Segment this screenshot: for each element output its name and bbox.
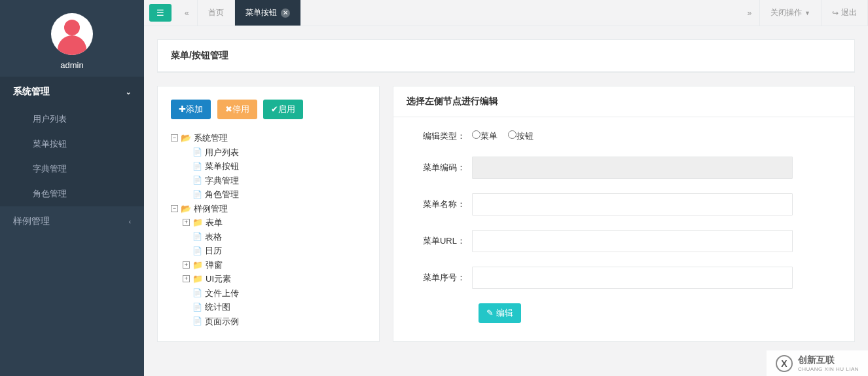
logout-icon: ↪ [832, 9, 839, 18]
form-panel: 选择左侧节点进行编辑 编辑类型： 菜单 按钮 菜单编码： 菜单名称 [393, 86, 855, 342]
expand-icon[interactable]: + [183, 261, 190, 269]
code-label: 菜单编码： [413, 162, 472, 174]
disable-button[interactable]: ✖停用 [217, 100, 257, 119]
brand-name: 创新互联 [798, 354, 859, 366]
collapse-icon[interactable]: − [171, 134, 178, 141]
chevron-left-icon: ‹ [129, 218, 131, 225]
tree-label: 文件上传 [205, 287, 239, 300]
edit-button[interactable]: ✎ 编辑 [479, 303, 521, 323]
profile: admin [0, 0, 144, 77]
radio-button[interactable]: 按钮 [508, 131, 533, 141]
file-icon: 📄 [192, 231, 202, 242]
url-label: 菜单URL： [413, 235, 472, 247]
username: admin [0, 60, 144, 70]
button-group: ✚添加 ✖停用 ✔启用 [171, 100, 366, 119]
tree-node[interactable]: 📄文件上传 [183, 286, 366, 301]
nav-group-label: 样例管理 [13, 216, 50, 227]
form-header: 选择左侧节点进行编辑 [393, 86, 854, 117]
tree-label: 页面示例 [205, 315, 239, 328]
nav-group-system[interactable]: 系统管理 ⌄ [0, 77, 144, 107]
page-title: 菜单/按钮管理 [158, 40, 854, 72]
tree-node[interactable]: +📁弹窗 [183, 258, 366, 273]
sidebar-item-users[interactable]: 用户列表 [0, 107, 144, 132]
tree-label: 菜单按钮 [205, 160, 239, 173]
tree-node[interactable]: 📄菜单按钮 [183, 159, 366, 174]
order-label: 菜单序号： [413, 272, 472, 284]
pencil-icon: ✎ [486, 308, 496, 318]
main: ☰ « 首页 菜单按钮 ✕ » 关闭操作 ▼ ↪ 退出 菜单/按钮管理 [144, 0, 868, 376]
file-icon: 📄 [192, 245, 202, 257]
folder-icon: 📁 [192, 216, 203, 229]
tree-label: 角色管理 [205, 188, 239, 201]
add-button[interactable]: ✚添加 [171, 100, 211, 119]
logout-button[interactable]: ↪ 退出 [822, 0, 868, 26]
menu-order-field[interactable] [472, 267, 793, 289]
tree-node[interactable]: 📄统计图 [183, 300, 366, 314]
tree-label: 用户列表 [205, 146, 239, 159]
logout-label: 退出 [841, 7, 857, 18]
tree-node[interactable]: 📄角色管理 [183, 187, 366, 202]
tree-label: 统计图 [205, 301, 230, 314]
tree-label: 字典管理 [205, 174, 239, 187]
radio-menu[interactable]: 菜单 [472, 131, 497, 141]
sidebar-item-role[interactable]: 角色管理 [0, 181, 144, 206]
avatar [51, 13, 93, 55]
nav-group-label: 系统管理 [13, 86, 50, 98]
tree-label: 弹窗 [206, 259, 223, 272]
sidebar-item-menubtn[interactable]: 菜单按钮 [0, 132, 144, 157]
brand-mark-icon: X [776, 355, 793, 372]
tree-node-sample[interactable]: −📂样例管理 [171, 202, 366, 216]
enable-button[interactable]: ✔启用 [263, 100, 303, 119]
tree-node[interactable]: +📁表单 [183, 216, 366, 230]
tab-next-button[interactable]: » [739, 0, 760, 26]
tab-home[interactable]: 首页 [198, 0, 235, 26]
file-icon: 📄 [192, 315, 202, 327]
tab-label: 首页 [208, 7, 224, 18]
tab-prev-button[interactable]: « [177, 0, 198, 26]
tab-menu-button[interactable]: 菜单按钮 ✕ [235, 0, 301, 26]
tree-node[interactable]: 📄页面示例 [183, 314, 366, 329]
tree-node[interactable]: 📄用户列表 [183, 145, 366, 160]
tree-label: 日历 [205, 244, 222, 257]
tree-label: UI元素 [206, 273, 231, 286]
menu-tree: −📂系统管理 📄用户列表 📄菜单按钮 📄字典管理 📄角色管理 −📂样例管理 [171, 131, 366, 328]
brand-logo: X 创新互联 CHUANG XIN HU LIAN [767, 350, 868, 376]
tree-label: 表单 [206, 216, 223, 229]
content: 菜单/按钮管理 ✚添加 ✖停用 ✔启用 −📂系统管理 📄用户列表 📄菜单按 [144, 26, 868, 355]
menu-url-field[interactable] [472, 230, 793, 252]
tab-label: 菜单按钮 [245, 7, 277, 18]
radio-menu-input[interactable] [472, 130, 480, 139]
x-icon: ✖ [225, 104, 232, 114]
tree-node[interactable]: 📄字典管理 [183, 174, 366, 188]
menu-name-field[interactable] [472, 193, 793, 216]
plus-icon: ✚ [179, 104, 186, 114]
tree-label: 表格 [205, 231, 222, 244]
expand-icon[interactable]: + [183, 275, 190, 282]
tree-node[interactable]: 📄日历 [183, 244, 366, 258]
collapse-icon[interactable]: − [171, 205, 178, 212]
chevron-down-icon: ⌄ [126, 88, 131, 96]
type-radio-group: 菜单 按钮 [472, 130, 541, 142]
tree-panel: ✚添加 ✖停用 ✔启用 −📂系统管理 📄用户列表 📄菜单按钮 📄字典管理 📄角色 [157, 86, 380, 342]
menu-toggle-button[interactable]: ☰ [149, 4, 172, 22]
file-icon: 📄 [192, 287, 202, 299]
tree-node[interactable]: 📄表格 [183, 230, 366, 244]
folder-icon: 📁 [192, 273, 203, 286]
close-icon[interactable]: ✕ [281, 9, 290, 18]
tree-label: 系统管理 [194, 132, 228, 145]
close-ops-dropdown[interactable]: 关闭操作 ▼ [760, 0, 822, 26]
tree-node[interactable]: +📁UI元素 [183, 272, 366, 286]
panel-title-bar: 菜单/按钮管理 [157, 39, 855, 73]
nav-sub-system: 用户列表 菜单按钮 字典管理 角色管理 [0, 107, 144, 206]
file-icon: 📄 [192, 189, 202, 200]
file-icon: 📄 [192, 160, 202, 172]
tree-label: 样例管理 [194, 202, 228, 216]
folder-icon: 📁 [192, 259, 203, 272]
expand-icon[interactable]: + [183, 219, 190, 226]
check-icon: ✔ [271, 104, 278, 114]
sidebar-item-dict[interactable]: 字典管理 [0, 157, 144, 181]
nav-group-sample[interactable]: 样例管理 ‹ [0, 206, 144, 236]
radio-button-input[interactable] [508, 130, 516, 139]
tree-node-system[interactable]: −📂系统管理 [171, 131, 366, 145]
double-left-icon: « [185, 9, 189, 18]
